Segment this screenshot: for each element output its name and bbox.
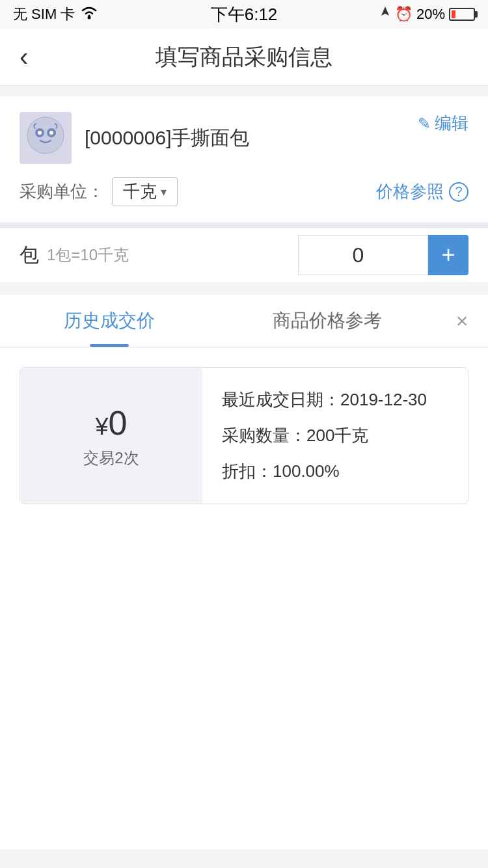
tabs-header: 历史成交价 商品价格参考 × — [0, 295, 488, 347]
status-left: 无 SIM 卡 — [13, 5, 98, 24]
price-amount: ¥0 — [96, 403, 128, 442]
quantity-section: 包 1包=10千克 + — [0, 223, 488, 282]
price-right-panel: 最近成交日期：2019-12-30 采购数量：200千克 折扣：100.00% — [202, 368, 468, 504]
price-detail-date: 最近成交日期：2019-12-30 — [222, 387, 448, 413]
date-value: 2019-12-30 — [340, 390, 427, 409]
back-button[interactable]: ‹ — [20, 42, 59, 72]
product-card: [0000006]手撕面包 ✎ 编辑 采购单位： 千克 ▾ 价格参照 ? — [0, 96, 488, 222]
no-sim-text: 无 SIM 卡 — [13, 5, 75, 24]
quantity-plus-button[interactable]: + — [428, 235, 468, 275]
svg-point-4 — [38, 131, 42, 135]
wifi-icon — [80, 5, 98, 23]
date-label: 最近成交日期： — [222, 390, 340, 409]
discount-value: 100.00% — [273, 461, 340, 481]
close-icon: × — [456, 309, 468, 333]
battery-percent: 20% — [416, 6, 445, 23]
chevron-down-icon: ▾ — [161, 185, 167, 199]
price-reference-button[interactable]: 价格参照 ? — [376, 180, 468, 203]
discount-label: 折扣： — [222, 461, 273, 481]
bottom-white-area — [0, 524, 488, 849]
tab-history-label: 历史成交价 — [64, 308, 155, 333]
page-title: 填写商品采购信息 — [156, 42, 332, 72]
tab-price-reference[interactable]: 商品价格参考 — [218, 295, 436, 347]
qty-left: 包 1包=10千克 — [20, 242, 129, 269]
qty-right: + — [298, 235, 468, 275]
trade-count: 交易2次 — [83, 448, 139, 468]
price-card: ¥0 交易2次 最近成交日期：2019-12-30 采购数量：200千克 折扣：… — [20, 367, 468, 504]
quantity-input[interactable] — [298, 235, 428, 275]
edit-button[interactable]: ✎ 编辑 — [418, 112, 468, 135]
price-ref-label: 价格参照 — [376, 180, 444, 203]
quantity-value: 200千克 — [306, 426, 368, 445]
currency-symbol: ¥ — [96, 413, 109, 440]
svg-point-1 — [27, 117, 64, 154]
tab-reference-label: 商品价格参考 — [273, 308, 382, 333]
quantity-label: 采购数量： — [222, 426, 306, 445]
tab-close-button[interactable]: × — [436, 295, 488, 347]
help-icon: ? — [449, 182, 468, 202]
price-value: 0 — [109, 404, 128, 442]
product-top: [0000006]手撕面包 ✎ 编辑 — [20, 112, 468, 164]
product-bottom: 采购单位： 千克 ▾ 价格参照 ? — [20, 177, 468, 206]
unit-row: 采购单位： 千克 ▾ — [20, 177, 178, 206]
status-time: 下午6:12 — [211, 3, 278, 26]
edit-icon: ✎ — [418, 115, 431, 133]
status-bar: 无 SIM 卡 下午6:12 ⏰ 20% — [0, 0, 488, 29]
product-image-icon — [26, 116, 65, 161]
tabs-section: 历史成交价 商品价格参考 × ¥0 交易2次 最近成交日期：2019-12-30… — [0, 295, 488, 524]
tab-history-price[interactable]: 历史成交价 — [0, 295, 218, 347]
product-thumbnail — [20, 112, 72, 164]
price-detail-discount: 折扣：100.00% — [222, 459, 448, 484]
unit-label: 采购单位： — [20, 180, 104, 203]
svg-point-5 — [49, 131, 53, 135]
alarm-icon: ⏰ — [395, 6, 413, 23]
battery-icon — [449, 8, 475, 21]
unit-select-button[interactable]: 千克 ▾ — [112, 177, 178, 206]
product-name: [0000006]手撕面包 — [85, 125, 249, 152]
status-right: ⏰ 20% — [379, 5, 475, 23]
qty-unit-label: 包 — [20, 242, 39, 269]
tab-content: ¥0 交易2次 最近成交日期：2019-12-30 采购数量：200千克 折扣：… — [0, 347, 488, 524]
svg-point-0 — [88, 16, 91, 20]
nav-bar: ‹ 填写商品采购信息 — [0, 29, 488, 86]
price-left-panel: ¥0 交易2次 — [20, 368, 202, 504]
edit-label: 编辑 — [435, 112, 468, 135]
price-detail-quantity: 采购数量：200千克 — [222, 423, 448, 448]
product-left: [0000006]手撕面包 — [20, 112, 249, 164]
qty-conversion: 1包=10千克 — [47, 245, 129, 265]
location-icon — [379, 5, 391, 23]
unit-value: 千克 — [123, 180, 157, 203]
